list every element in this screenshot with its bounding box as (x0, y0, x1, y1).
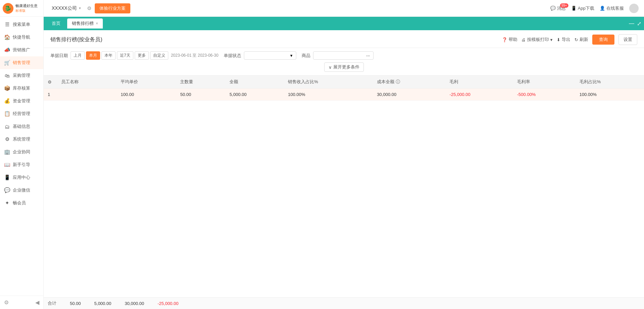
inventory-icon: 📦 (4, 85, 10, 91)
sidebar-item-sales[interactable]: 🛒 销售管理 (0, 56, 43, 69)
goods-input[interactable]: ··· (313, 51, 374, 60)
logo-icon: 🐉 (3, 3, 13, 14)
operations-icon: 📋 (4, 111, 10, 117)
sidebar-item-finance[interactable]: 💰 资金管理 (0, 95, 43, 107)
tab-home[interactable]: 首页 (46, 18, 66, 29)
sidebar-label-finance: 资金管理 (13, 98, 30, 104)
date-current-btn[interactable]: 本月 (86, 51, 100, 60)
export-icon: ⬇ (557, 37, 560, 42)
sidebar-label-apps: 应用中心 (13, 174, 30, 181)
cell-name (57, 89, 117, 101)
col-total: 全额 (225, 75, 284, 89)
export-button[interactable]: ⬇ 导出 (557, 37, 570, 43)
footer-total: 5,000.00 (94, 301, 112, 306)
help-label: 帮助 (509, 37, 517, 43)
message-action[interactable]: 💬 消息 99+ (550, 5, 566, 11)
page-title: 销售排行榜(按业务员) (50, 36, 102, 43)
table-footer: 合计 50.00 5,000.00 30,000.00 -25,000.00 (44, 297, 644, 309)
table-settings-icon[interactable]: ⚙ (48, 80, 52, 85)
header-settings-icon[interactable]: ⚙ (87, 5, 91, 11)
tab-sales-ranking[interactable]: 销售排行榜 × (67, 18, 103, 29)
guide-icon: 📖 (4, 162, 10, 168)
finance-icon: 💰 (4, 98, 10, 104)
query-button[interactable]: 查询 (592, 35, 614, 45)
app-icon: 📱 (571, 6, 576, 11)
footer-settings-icon[interactable]: ⚙ (4, 299, 9, 306)
sidebar-label-guide: 新手引导 (13, 162, 30, 168)
trial-button[interactable]: 体验行业方案 (95, 3, 130, 13)
date-prev-btn[interactable]: 上月 (71, 51, 85, 60)
tab-bar: 首页 销售排行榜 × — ⤢ (44, 17, 644, 30)
logo-sub: 标准版 (15, 8, 38, 13)
sidebar-item-marketing[interactable]: 📣 营销推广 (0, 44, 43, 56)
settings-button[interactable]: 设置 (618, 34, 637, 45)
cell-main-qty: 50.00 (176, 89, 225, 101)
tab-expand-icon[interactable]: ⤢ (637, 20, 641, 27)
status-filter-group: 单据状态 ▾ (224, 51, 296, 60)
sidebar-item-purchase[interactable]: 🛍 采购管理 (0, 69, 43, 82)
help-button[interactable]: ❓ 帮助 (502, 37, 517, 43)
app-download-action[interactable]: 📱 App下载 (571, 5, 594, 11)
refresh-button[interactable]: ↻ 刷新 (574, 37, 588, 43)
table-row: 1 100.00 50.00 5,000.00 100.00% 30,000.0… (44, 89, 644, 101)
print-label: 按模板打印 (527, 37, 549, 43)
date-custom-btn[interactable]: 自定义 (150, 51, 168, 60)
sidebar-item-quick-nav[interactable]: 🏠 快捷导航 (0, 31, 43, 44)
date-year-btn[interactable]: 本年 (101, 51, 116, 60)
sidebar-item-inventory[interactable]: 📦 库存核算 (0, 82, 43, 95)
sidebar-item-wechat[interactable]: 💬 企业微信 (0, 184, 43, 197)
wechat-icon: 💬 (4, 187, 10, 193)
sidebar-item-apps[interactable]: 📱 应用中心 (0, 171, 43, 184)
sidebar-label-member: 畅会员 (13, 200, 26, 206)
sidebar-label-purchase: 采购管理 (13, 72, 30, 79)
sidebar-item-operations[interactable]: 📋 经营管理 (0, 107, 43, 120)
sidebar-item-search-order[interactable]: ☰ 搜索菜单 (0, 18, 43, 31)
col-name: 员工名称 (57, 75, 117, 89)
avatar[interactable] (629, 4, 639, 13)
date-more-btn[interactable]: 更多 (135, 51, 149, 60)
data-table-container: ⚙ 员工名称 平均单价 主数量 全额 销售收入占比% 成本全额 ⓘ 毛利 毛利率… (44, 75, 644, 297)
company-selector[interactable]: XXXXX公司 ▾ (49, 4, 84, 13)
sidebar-item-guide[interactable]: 📖 新手引导 (0, 158, 43, 171)
quick-nav-icon: 🏠 (4, 34, 10, 40)
system-icon: ⚙ (4, 136, 10, 142)
date-filter-group: 单据日期 上月 本月 本年 近7天 更多 自定义 2023-06-01 至 20… (50, 51, 218, 60)
date-buttons: 上月 本月 本年 近7天 更多 自定义 (71, 51, 168, 60)
main-content: XXXXX公司 ▾ ⚙ 体验行业方案 💬 消息 99+ 📱 App下载 👤 在线… (44, 0, 644, 309)
col-settings[interactable]: ⚙ (44, 75, 57, 89)
page-actions: ❓ 帮助 🖨 按模板打印 ▾ ⬇ 导出 ↻ 刷新 查询 设置 (502, 34, 637, 45)
col-gross-rate: 毛利率 (513, 75, 575, 89)
header-right: 💬 消息 99+ 📱 App下载 👤 在线客服 (550, 4, 639, 13)
sidebar-label-marketing: 营销推广 (13, 47, 30, 53)
col-avg-price: 平均单价 (117, 75, 176, 89)
print-button[interactable]: 🖨 按模板打印 ▾ (521, 37, 553, 43)
service-icon: 👤 (600, 6, 605, 11)
marketing-icon: 📣 (4, 47, 10, 53)
app-label: App下载 (578, 5, 594, 11)
status-select[interactable]: ▾ (244, 51, 296, 60)
sidebar-item-system[interactable]: ⚙ 系统管理 (0, 133, 43, 146)
logo-text-block: 畅康通好生意 标准版 (15, 3, 38, 13)
tab-minimize-icon[interactable]: — (629, 20, 634, 27)
footer-main-qty: 50.00 (70, 301, 81, 306)
sidebar-item-enterprise[interactable]: 🏢 企业协同 (0, 146, 43, 158)
message-badge: 99+ (560, 3, 568, 8)
sidebar-item-member[interactable]: ✦ 畅会员 (0, 197, 43, 209)
footer-collapse-icon[interactable]: ◀ (35, 299, 39, 306)
filter-area: 单据日期 上月 本月 本年 近7天 更多 自定义 2023-06-01 至 20… (44, 48, 644, 75)
col-gross: 毛利 (445, 75, 513, 89)
date-range-display: 2023-06-01 至 2023-06-30 (171, 53, 218, 58)
tab-bar-right: — ⤢ (629, 20, 641, 27)
chevron-down-icon: ▾ (79, 6, 81, 10)
footer-label: 合计 (48, 300, 56, 306)
expand-conditions-button[interactable]: ∨ 展开更多条件 (324, 62, 364, 72)
logo-title: 畅康通好生意 (15, 3, 38, 8)
service-action[interactable]: 👤 在线客服 (600, 5, 624, 11)
tab-close-icon[interactable]: × (96, 21, 98, 26)
more-icon[interactable]: ··· (366, 53, 370, 58)
member-icon: ✦ (4, 200, 10, 206)
search-order-icon: ☰ (4, 21, 10, 28)
sidebar-item-basic-info[interactable]: 🗂 基础信息 (0, 120, 43, 133)
date-7days-btn[interactable]: 近7天 (117, 51, 133, 60)
top-header: XXXXX公司 ▾ ⚙ 体验行业方案 💬 消息 99+ 📱 App下载 👤 在线… (44, 0, 644, 17)
